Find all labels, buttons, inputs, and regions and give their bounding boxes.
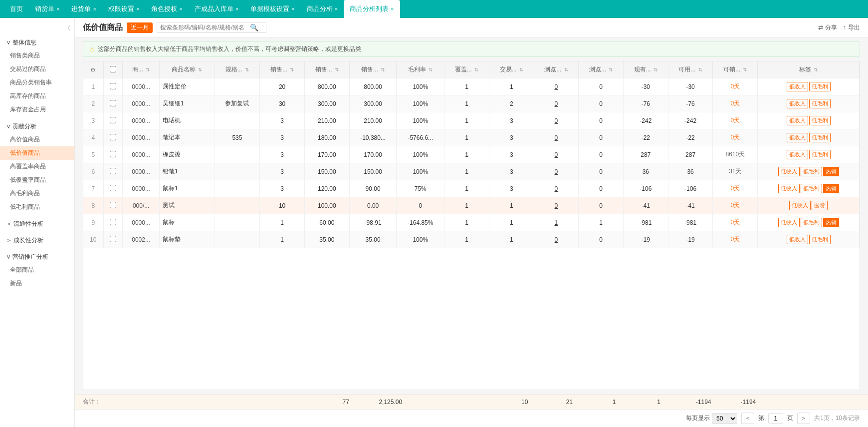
th-profit[interactable]: 毛利率 ⇅: [397, 61, 444, 78]
nav-role[interactable]: 角色授权 ×: [145, 0, 188, 18]
row-days: 0天: [713, 95, 758, 112]
row-checkbox-cell[interactable]: [103, 146, 123, 163]
sidebar-item-sales-products[interactable]: 销售类商品: [0, 49, 74, 62]
row-browse1[interactable]: 1: [534, 214, 579, 231]
sidebar-group-contribution-title[interactable]: ∨ 贡献分析: [0, 120, 74, 133]
sidebar-group-growth-title[interactable]: ＞ 成长性分析: [0, 234, 74, 247]
row-checkbox[interactable]: [110, 151, 116, 157]
row-checkbox[interactable]: [110, 219, 116, 225]
th-tags[interactable]: 标签 ⇅: [758, 61, 860, 78]
row-checkbox-cell[interactable]: [103, 95, 123, 112]
export-button[interactable]: ↑ 导出: [843, 23, 860, 32]
share-button[interactable]: ⇄ 分享: [818, 23, 837, 32]
nav-sales[interactable]: 销货单 ×: [29, 0, 65, 18]
row-checkbox-cell[interactable]: [103, 129, 123, 146]
days-value: 8610天: [725, 151, 745, 158]
th-s3[interactable]: 销售... ⇅: [349, 61, 397, 78]
row-stock2: -19: [668, 231, 713, 248]
sidebar-item-stock-capital[interactable]: 库存资金占用: [0, 103, 74, 116]
sidebar-item-high-value[interactable]: 高价值商品: [0, 133, 74, 146]
row-browse1[interactable]: 0: [534, 163, 579, 180]
row-checkbox-cell[interactable]: [103, 163, 123, 180]
nav-product-analysis-list[interactable]: 商品分析列表 ×: [344, 0, 400, 18]
th-stock1[interactable]: 现有... ⇅: [624, 61, 668, 78]
th-stock3[interactable]: 可销... ⇅: [713, 61, 758, 78]
search-input[interactable]: [160, 24, 250, 31]
prev-page-button[interactable]: ＜: [741, 413, 754, 424]
row-checkbox[interactable]: [110, 168, 116, 174]
sidebar-group-overview-title[interactable]: ∨ 整体信息: [0, 36, 74, 49]
nav-permission[interactable]: 权限设置 ×: [102, 0, 145, 18]
row-checkbox-cell[interactable]: [103, 78, 123, 95]
row-browse1[interactable]: 0: [534, 129, 579, 146]
th-name[interactable]: 商品名称 ⇅: [160, 61, 215, 78]
nav-product-analysis-close[interactable]: ×: [335, 6, 338, 12]
sidebar-collapse-button[interactable]: 《: [0, 22, 74, 34]
sidebar-item-low-value[interactable]: 低价值商品: [0, 146, 74, 160]
row-checkbox-cell[interactable]: [103, 197, 123, 214]
nav-role-close[interactable]: ×: [179, 6, 182, 12]
sidebar-item-all-products[interactable]: 全部商品: [0, 263, 74, 277]
sidebar-group-marketing-title[interactable]: ∨ 营销推广分析: [0, 251, 74, 263]
th-stock2[interactable]: 可用... ⇅: [668, 61, 713, 78]
page-number-input[interactable]: [768, 413, 783, 424]
sidebar-item-high-stock[interactable]: 高库存的商品: [0, 89, 74, 103]
row-browse1[interactable]: 0: [534, 231, 579, 248]
row-checkbox[interactable]: [110, 100, 116, 106]
th-s2[interactable]: 销售... ⇅: [304, 61, 349, 78]
th-checkbox[interactable]: [103, 61, 123, 78]
row-days: 0天: [713, 129, 758, 146]
th-browse2[interactable]: 浏览... ⇅: [579, 61, 624, 78]
nav-product-analysis-list-close[interactable]: ×: [391, 6, 394, 12]
sidebar-item-low-profit[interactable]: 低毛利商品: [0, 200, 74, 214]
sidebar-item-high-profit[interactable]: 高毛利商品: [0, 187, 74, 200]
per-page-select[interactable]: 50 20 100: [712, 413, 737, 424]
th-code[interactable]: 商... ⇅: [123, 61, 160, 78]
th-s1[interactable]: 销售... ⇅: [260, 61, 305, 78]
row-checkbox-cell[interactable]: [103, 112, 123, 129]
footer-stock1: -1194: [681, 399, 726, 406]
th-settings[interactable]: ⚙: [83, 61, 103, 78]
nav-home[interactable]: 首页: [4, 0, 29, 18]
sidebar-item-traded-products[interactable]: 交易过的商品: [0, 62, 74, 76]
th-trade[interactable]: 交易... ⇅: [489, 61, 534, 78]
sidebar-item-low-coverage[interactable]: 低覆盖率商品: [0, 173, 74, 187]
search-icon[interactable]: 🔍: [250, 23, 258, 31]
nav-product-analysis[interactable]: 商品分析 ×: [301, 0, 344, 18]
select-all-checkbox[interactable]: [110, 66, 116, 72]
row-s1: 3: [260, 146, 305, 163]
settings-icon[interactable]: ⚙: [90, 66, 96, 73]
nav-production-close[interactable]: ×: [235, 6, 238, 12]
row-browse1[interactable]: 0: [534, 197, 579, 214]
nav-sales-close[interactable]: ×: [56, 6, 59, 12]
th-browse1[interactable]: 浏览... ⇅: [534, 61, 579, 78]
nav-permission-close[interactable]: ×: [136, 6, 139, 12]
sidebar-item-category-sales-rate[interactable]: 商品分类销售率: [0, 76, 74, 89]
row-checkbox[interactable]: [110, 134, 116, 140]
nav-template-close[interactable]: ×: [291, 6, 294, 12]
row-browse1[interactable]: 0: [534, 146, 579, 163]
time-filter-button[interactable]: 近一月: [127, 22, 153, 33]
row-checkbox[interactable]: [110, 117, 116, 123]
nav-production[interactable]: 产成品入库单 ×: [189, 0, 244, 18]
sidebar-item-new-products[interactable]: 新品: [0, 277, 74, 290]
th-cover[interactable]: 覆盖... ⇅: [444, 61, 489, 78]
row-browse1[interactable]: 0: [534, 95, 579, 112]
row-checkbox[interactable]: [110, 83, 116, 89]
th-spec[interactable]: 规格... ⇅: [215, 61, 260, 78]
nav-purchase-close[interactable]: ×: [93, 6, 96, 12]
row-checkbox-cell[interactable]: [103, 180, 123, 197]
row-checkbox[interactable]: [110, 236, 116, 242]
row-browse1[interactable]: 0: [534, 112, 579, 129]
sidebar-item-high-coverage[interactable]: 高覆盖率商品: [0, 160, 74, 173]
row-checkbox[interactable]: [110, 202, 116, 208]
nav-purchase[interactable]: 进货单 ×: [65, 0, 102, 18]
row-checkbox[interactable]: [110, 185, 116, 191]
row-checkbox-cell[interactable]: [103, 214, 123, 231]
row-checkbox-cell[interactable]: [103, 231, 123, 248]
next-page-button[interactable]: ＞: [797, 413, 810, 424]
nav-template[interactable]: 单据模板设置 ×: [244, 0, 300, 18]
row-browse1[interactable]: 0: [534, 78, 579, 95]
row-browse1[interactable]: 0: [534, 180, 579, 197]
sidebar-group-circulation-title[interactable]: ＞ 流通性分析: [0, 218, 74, 230]
